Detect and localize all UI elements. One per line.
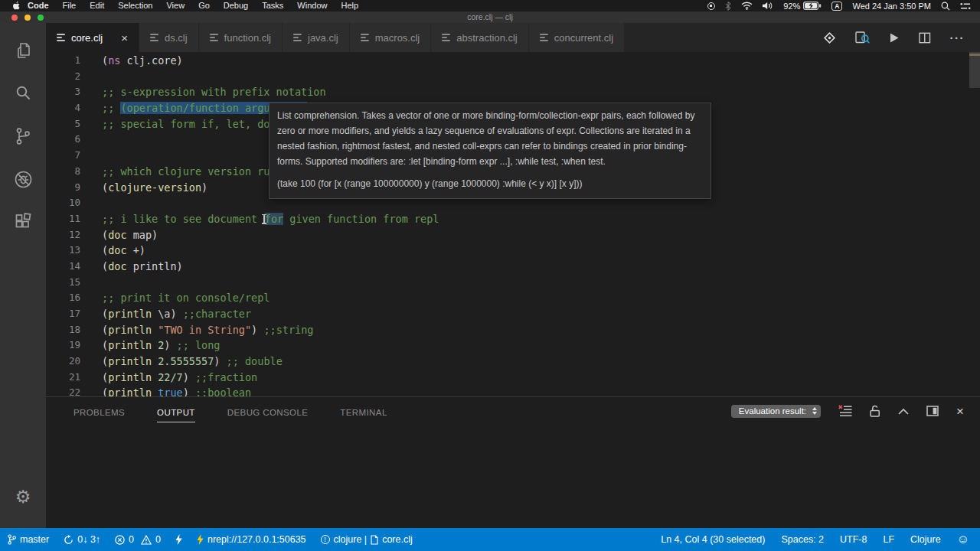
apple-menu[interactable]	[12, 1, 21, 11]
spotlight-search-icon[interactable]	[941, 2, 950, 11]
code-line[interactable]: 14(doc println)	[46, 259, 980, 275]
battery-indicator[interactable]: 92%	[783, 2, 822, 11]
split-editor-icon[interactable]	[919, 32, 931, 44]
hover-doc-tooltip: List comprehension. Takes a vector of on…	[269, 103, 711, 199]
menu-help[interactable]: Help	[334, 0, 365, 11]
tab-core.clj[interactable]: core.clj×	[46, 23, 139, 52]
tooltip-example-code: (take 100 (for [x (range 100000000) y (r…	[277, 176, 703, 191]
code-line[interactable]: 17(println \a) ;;character	[46, 306, 980, 322]
tab-label: java.clj	[308, 32, 338, 44]
code-line[interactable]: 18(println "TWO in String") ;;string	[46, 322, 980, 338]
clojure-project-indicator[interactable]: ! clojure | core.clj	[321, 534, 413, 545]
window-title-bar: core.clj — clj	[0, 11, 980, 23]
tab-label: concurrent.clj	[554, 32, 613, 44]
menu-edit[interactable]: Edit	[83, 0, 111, 11]
output-channel-select[interactable]: Evaluation result:	[731, 405, 821, 418]
search-icon[interactable]	[0, 72, 46, 115]
maximize-panel-icon[interactable]	[898, 408, 909, 415]
settings-gear-icon[interactable]: ⚙	[0, 487, 46, 507]
calva-icon[interactable]	[823, 31, 836, 44]
menu-code[interactable]: Code	[21, 0, 56, 11]
sync-indicator[interactable]: 0↓ 3↑	[64, 534, 100, 545]
bottom-panel: PROBLEMSOUTPUTDEBUG CONSOLETERMINAL Eval…	[46, 396, 980, 528]
menu-tasks[interactable]: Tasks	[255, 0, 290, 11]
panel-tab-problems[interactable]: PROBLEMS	[74, 400, 125, 422]
menu-debug[interactable]: Debug	[217, 0, 255, 11]
code-line[interactable]: 12(doc map)	[46, 227, 980, 243]
minimize-window-button[interactable]	[24, 15, 31, 21]
maximize-window-button[interactable]	[38, 15, 44, 21]
code-line[interactable]: 2	[46, 69, 980, 85]
line-number: 17	[46, 306, 80, 322]
tab-concurrent.clj[interactable]: concurrent.clj	[529, 23, 625, 52]
panel-tab-terminal[interactable]: TERMINAL	[340, 400, 387, 422]
volume-icon[interactable]	[763, 2, 773, 10]
panel-layout-icon[interactable]	[926, 406, 939, 416]
code-line[interactable]: 16;; print it on console/repl	[46, 290, 980, 306]
cursor-position-indicator[interactable]: Ln 4, Col 4 (30 selected)	[661, 534, 765, 545]
indentation-indicator[interactable]: Spaces: 2	[781, 534, 824, 545]
project-status-icon: !	[321, 535, 330, 544]
tab-macros.clj[interactable]: macros.clj	[350, 23, 432, 52]
explorer-icon[interactable]	[0, 29, 46, 72]
extensions-icon[interactable]	[0, 201, 46, 243]
clj-file-icon	[540, 34, 548, 41]
macos-menu-bar: CodeFileEditSelectionViewGoDebugTasksWin…	[0, 0, 980, 11]
clj-file-icon	[150, 34, 158, 41]
tab-function.clj[interactable]: function.clj	[199, 23, 283, 52]
debug-icon[interactable]	[0, 158, 46, 201]
clear-output-icon[interactable]	[838, 405, 852, 417]
warnings-icon	[141, 535, 152, 545]
code-line[interactable]: 13(doc +)	[46, 243, 980, 259]
panel-tab-debug-console[interactable]: DEBUG CONSOLE	[227, 400, 309, 422]
encoding-indicator[interactable]: UTF-8	[840, 534, 867, 545]
screen-record-icon[interactable]	[707, 2, 715, 10]
problems-indicator[interactable]: 0 0	[115, 534, 161, 545]
format-bolt-indicator[interactable]	[175, 534, 182, 545]
tooltip-doc-text: List comprehension. Takes a vector of on…	[277, 108, 703, 169]
wifi-icon[interactable]	[741, 2, 753, 10]
code-line[interactable]: 21(println 22/7) ;;fraction	[46, 370, 980, 386]
code-line[interactable]: 19(println 2) ;; long	[46, 337, 980, 354]
tab-abstraction.clj[interactable]: abstraction.clj	[431, 23, 528, 52]
code-line[interactable]: 22(println true) ;;boolean	[46, 385, 980, 396]
panel-tab-output[interactable]: OUTPUT	[157, 400, 195, 422]
tab-ds.clj[interactable]: ds.clj	[139, 23, 199, 52]
menu-window[interactable]: Window	[290, 0, 334, 11]
open-preview-icon[interactable]	[855, 31, 870, 44]
input-source-icon[interactable]: A	[831, 2, 842, 11]
close-window-button[interactable]	[11, 15, 18, 21]
git-branch-indicator[interactable]: master	[8, 534, 49, 545]
feedback-smiley-icon[interactable]: ☺	[957, 533, 969, 546]
line-number: 4	[46, 100, 80, 116]
tab-java.clj[interactable]: java.clj	[283, 23, 350, 52]
code-line[interactable]: 1(ns clj.core)	[46, 53, 980, 69]
more-actions-icon[interactable]: ···	[950, 32, 965, 44]
menu-bar-clock[interactable]: Wed 24 Jan 3:50 PM	[852, 2, 931, 11]
menu-go[interactable]: Go	[191, 0, 217, 11]
overview-ruler-marker	[969, 54, 980, 56]
branch-name: master	[20, 534, 49, 545]
close-tab-icon[interactable]: ×	[121, 32, 128, 44]
menu-view[interactable]: View	[159, 0, 191, 11]
code-line[interactable]: 11;; i like to see document for given fu…	[46, 211, 980, 227]
code-line[interactable]: 3;; s-expression with prefix notation	[46, 84, 980, 100]
nrepl-indicator[interactable]: nrepl://127.0.0.1:50635	[197, 534, 306, 545]
code-line[interactable]: 15	[46, 275, 980, 291]
line-number: 2	[46, 69, 80, 85]
control-center-icon[interactable]	[960, 2, 971, 10]
bluetooth-icon[interactable]	[725, 2, 731, 11]
code-line[interactable]: 20(println 2.5555557) ;; double	[46, 354, 980, 370]
editor-scrollbar[interactable]	[969, 52, 980, 396]
menu-file[interactable]: File	[56, 0, 83, 11]
output-content[interactable]	[46, 425, 980, 529]
unlock-icon[interactable]	[870, 405, 880, 417]
close-panel-icon[interactable]: ×	[956, 405, 964, 418]
menu-selection[interactable]: Selection	[111, 0, 159, 11]
eol-indicator[interactable]: LF	[883, 534, 894, 545]
language-mode-indicator[interactable]: Clojure	[910, 534, 941, 545]
scrollbar-thumb[interactable]	[969, 52, 980, 88]
source-control-icon[interactable]	[0, 115, 46, 158]
battery-charging-icon	[803, 2, 822, 10]
run-icon[interactable]	[889, 32, 900, 44]
